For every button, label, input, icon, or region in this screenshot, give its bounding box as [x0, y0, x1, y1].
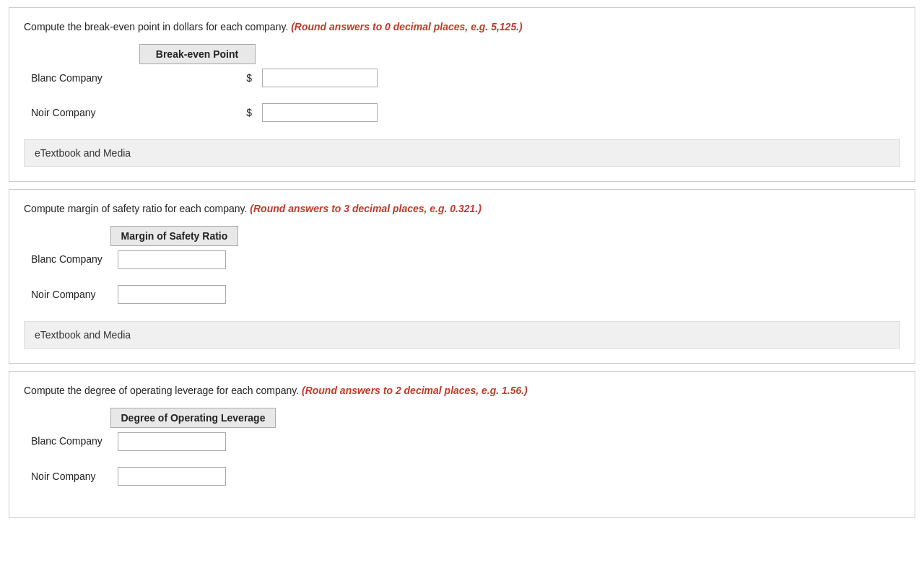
table-row: Blanc Company	[24, 245, 238, 274]
section2-row1-input-cell	[110, 245, 238, 274]
section2-row1-label: Blanc Company	[24, 245, 110, 274]
section1-row2-input-cell	[255, 99, 385, 126]
section1-row2-label: Noir Company	[24, 99, 139, 126]
section2-table: Margin of Safety Ratio Blanc Company Noi…	[24, 226, 238, 308]
section3-noir-input[interactable]	[118, 467, 226, 486]
section2-instruction: Compute margin of safety ratio for each …	[24, 203, 900, 214]
section1-row1-label: Blanc Company	[24, 64, 139, 92]
section3-blanc-input[interactable]	[118, 432, 226, 451]
section2-etextbook-label: eTextbook and Media	[35, 329, 131, 341]
section3-row1-label: Blanc Company	[24, 427, 110, 455]
table-row: Blanc Company	[24, 427, 276, 455]
section2-column-header: Margin of Safety Ratio	[110, 226, 238, 245]
section-operating-leverage: Compute the degree of operating leverage…	[9, 371, 915, 518]
section1-table: Break-even Point Blanc Company $ Noir Co…	[24, 44, 385, 126]
section1-instruction: Compute the break-even point in dollars …	[24, 21, 900, 32]
section3-table: Degree of Operating Leverage Blanc Compa…	[24, 408, 276, 490]
section1-column-header: Break-even Point	[139, 45, 255, 64]
section2-blanc-input[interactable]	[118, 250, 226, 269]
section2-row2-input-cell	[110, 281, 238, 308]
table-row: Noir Company	[24, 463, 276, 490]
section3-row1-input-cell	[110, 427, 276, 455]
section2-row2-label: Noir Company	[24, 281, 110, 308]
section1-etextbook[interactable]: eTextbook and Media	[24, 139, 900, 167]
section1-row2-dollar: $	[139, 99, 255, 126]
table-row: Noir Company	[24, 281, 238, 308]
table-row: Blanc Company $	[24, 64, 385, 92]
section1-row1-input-cell	[255, 64, 385, 92]
table-row: Noir Company $	[24, 99, 385, 126]
section2-noir-input[interactable]	[118, 285, 226, 304]
section1-instruction-prefix: Compute the break-even point in dollars …	[24, 21, 288, 32]
section1-blanc-input[interactable]	[262, 69, 378, 87]
section2-instruction-prefix: Compute margin of safety ratio for each …	[24, 203, 247, 214]
section3-column-header: Degree of Operating Leverage	[110, 408, 276, 427]
section1-etextbook-label: eTextbook and Media	[35, 147, 131, 159]
section3-instruction: Compute the degree of operating leverage…	[24, 385, 900, 396]
section3-round-note: (Round answers to 2 decimal places, e.g.…	[302, 385, 528, 396]
section-margin-safety: Compute margin of safety ratio for each …	[9, 189, 915, 364]
section2-etextbook[interactable]: eTextbook and Media	[24, 321, 900, 349]
section1-round-note: (Round answers to 0 decimal places, e.g.…	[291, 21, 523, 32]
section3-row2-input-cell	[110, 463, 276, 490]
section1-row1-dollar: $	[139, 64, 255, 92]
section-breakeven: Compute the break-even point in dollars …	[9, 7, 915, 182]
section1-noir-input[interactable]	[262, 103, 378, 122]
section2-round-note: (Round answers to 3 decimal places, e.g.…	[250, 203, 481, 214]
section3-row2-label: Noir Company	[24, 463, 110, 490]
section3-instruction-prefix: Compute the degree of operating leverage…	[24, 385, 299, 396]
